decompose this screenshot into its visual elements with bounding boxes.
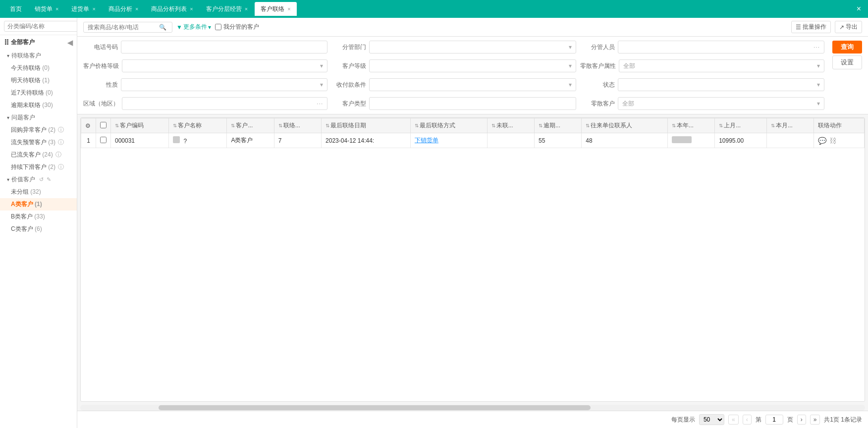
- dept-input[interactable]: ▾: [369, 41, 576, 54]
- phone-label: 电话号码: [83, 43, 118, 52]
- filter-bar: 🔍 ▼ 更多条件 ▾ 我分管的客户 ☰ 批量操作 ↗ 导出: [77, 18, 868, 37]
- sidebar-item-overdue-contact[interactable]: 逾期未联络 (30): [0, 99, 77, 111]
- sidebar-item-repurchase-abnormal[interactable]: 回购异常客户 (2) ⓘ: [0, 124, 77, 136]
- customer-type-input[interactable]: [369, 97, 576, 110]
- row-checkbox-cell: [96, 133, 111, 148]
- pending-contacts-group[interactable]: ▾ 待联络客户: [0, 50, 77, 62]
- close-tab-customer-segment[interactable]: ×: [245, 6, 248, 12]
- close-tab-sales[interactable]: ×: [55, 6, 58, 12]
- price-grade-input[interactable]: ▾: [122, 59, 327, 72]
- close-tab-purchase[interactable]: ×: [92, 6, 95, 12]
- sidebar-item-today-contact[interactable]: 今天待联络 (0): [0, 62, 77, 74]
- col-header-name[interactable]: ⇅客户名称: [169, 118, 227, 133]
- more-conditions-button[interactable]: ▼ 更多条件 ▾: [176, 23, 211, 31]
- col-header-contact-count[interactable]: ⇅联络...: [274, 118, 321, 133]
- col-header-un-contact[interactable]: ⇅未联...: [487, 118, 534, 133]
- nature-input[interactable]: ▾: [121, 78, 327, 91]
- phone-field: 电话号码: [83, 41, 327, 54]
- problem-customers-group[interactable]: ▾ 问题客户: [0, 111, 77, 124]
- row-contact-person: [667, 133, 714, 148]
- value-customers-group[interactable]: ▾ 价值客户 ↺ ✎: [0, 173, 77, 186]
- col-header-overdue[interactable]: ⇅逾期...: [535, 118, 582, 133]
- search-box[interactable]: 🔍: [83, 22, 172, 33]
- row-checkbox[interactable]: [100, 137, 107, 143]
- tab-customer-contact[interactable]: 客户联络 ×: [255, 2, 296, 16]
- row-overdue2: 48: [582, 133, 667, 148]
- col-header-last-month[interactable]: ⇅上月...: [715, 118, 767, 133]
- tab-product-analysis[interactable]: 商品分析 ×: [103, 2, 144, 16]
- select-all-checkbox[interactable]: [100, 122, 107, 128]
- sidebar-search-input[interactable]: [4, 21, 77, 32]
- export-button[interactable]: ↗ 导出: [835, 21, 862, 33]
- customer-grade-input[interactable]: ▾: [369, 59, 576, 72]
- nature-label: 性质: [83, 81, 118, 89]
- row-last-contact-method[interactable]: 下销货单: [410, 133, 487, 148]
- retail-attr-label: 零散客户属性: [580, 62, 616, 70]
- tab-purchase[interactable]: 进货单 ×: [65, 2, 101, 16]
- next-page-button[interactable]: ›: [797, 415, 806, 425]
- prev-page-button[interactable]: ‹: [743, 415, 752, 425]
- col-header-last-contact-method[interactable]: ⇅最后联络方式: [410, 118, 487, 133]
- tab-product-analysis-list[interactable]: 商品分析列表 ×: [145, 2, 199, 16]
- last-page-button[interactable]: »: [810, 415, 820, 425]
- region-field: 区域（地区） ···: [83, 97, 327, 110]
- tab-home[interactable]: 首页: [4, 2, 28, 16]
- retail-attr-field: 零散客户属性 全部▾: [580, 59, 824, 72]
- sidebar-item-declining[interactable]: 持续下滑客户 (2) ⓘ: [0, 161, 77, 173]
- sidebar-search-area: 🔍: [0, 18, 77, 35]
- search-icon[interactable]: 🔍: [159, 24, 166, 31]
- scrollbar-thumb[interactable]: [159, 405, 590, 410]
- sidebar-item-c-customers[interactable]: C类客户 (6): [0, 223, 77, 235]
- settings-col-header[interactable]: ⚙: [81, 118, 96, 133]
- retail-customer-input[interactable]: 全部▾: [618, 97, 824, 110]
- query-button[interactable]: 查询: [832, 41, 862, 54]
- all-customers-header[interactable]: ⠿ 全部客户 ◀: [0, 35, 77, 50]
- batch-operation-button[interactable]: ☰ 批量操作: [791, 21, 831, 33]
- col-header-this-month[interactable]: ⇅本月...: [766, 118, 814, 133]
- sidebar-item-churned[interactable]: 已流失客户 (24) ⓘ: [0, 149, 77, 161]
- sidebar-item-7days-contact[interactable]: 近7天待联络 (0): [0, 87, 77, 99]
- settings-button[interactable]: 设置: [832, 55, 862, 69]
- col-header-last-contact-date[interactable]: ⇅最后联络日期: [322, 118, 411, 133]
- page-number-input[interactable]: [765, 415, 783, 425]
- tab-customer-segment[interactable]: 客户分层经营 ×: [200, 2, 254, 16]
- sidebar: 🔍 ⠿ 全部客户 ◀ ▾ 待联络客户 今天待联络 (0) 明天待联络 (1) 近…: [0, 18, 77, 428]
- payment-input[interactable]: ▾: [369, 78, 576, 91]
- col-header-this-year[interactable]: ⇅本年...: [667, 118, 714, 133]
- my-customers-checkbox[interactable]: [215, 24, 221, 30]
- phone-input[interactable]: [121, 41, 327, 54]
- person-input[interactable]: ···: [618, 41, 824, 54]
- collapse-sidebar-icon[interactable]: ◀: [67, 39, 73, 47]
- row-code[interactable]: 000031: [111, 133, 169, 148]
- batch-icon: ☰: [796, 24, 801, 31]
- sidebar-item-ungrouped[interactable]: 未分组 (32): [0, 186, 77, 198]
- column-settings-icon[interactable]: ⚙: [85, 122, 91, 129]
- sidebar-item-churn-warning[interactable]: 流失预警客户 (3) ⓘ: [0, 136, 77, 149]
- col-header-code[interactable]: ⇅客户编码: [111, 118, 169, 133]
- close-tab-product-analysis[interactable]: ×: [135, 6, 138, 12]
- sidebar-item-b-customers[interactable]: B类客户 (33): [0, 211, 77, 223]
- window-close-button[interactable]: ×: [854, 4, 864, 13]
- close-tab-product-list[interactable]: ×: [190, 6, 193, 12]
- row-index: 1: [81, 133, 96, 148]
- col-header-contact-person[interactable]: ⇅往来单位联系人: [582, 118, 667, 133]
- col-header-customer-type[interactable]: ⇅客户...: [227, 118, 274, 133]
- row-name[interactable]: ?: [169, 133, 227, 148]
- nature-field: 性质 ▾: [83, 78, 327, 91]
- link-action-icon[interactable]: ⛓: [829, 137, 836, 145]
- retail-customer-field: 零散客户 全部▾: [580, 97, 824, 110]
- search-input[interactable]: [88, 24, 157, 31]
- retail-attr-input[interactable]: 全部▾: [619, 59, 824, 72]
- sidebar-item-a-customers[interactable]: A类客户 (1): [0, 198, 77, 211]
- first-page-button[interactable]: «: [728, 415, 739, 425]
- row-overdue: 55: [535, 133, 582, 148]
- sidebar-item-tomorrow-contact[interactable]: 明天待联络 (1): [0, 74, 77, 87]
- total-records-label: 共1页 1条记录: [824, 416, 862, 424]
- per-page-select[interactable]: 50 100 200: [699, 414, 724, 425]
- region-input[interactable]: ···: [122, 97, 327, 110]
- status-input[interactable]: ▾: [618, 78, 824, 91]
- close-tab-customer-contact[interactable]: ×: [287, 6, 290, 12]
- tab-sales[interactable]: 销货单 ×: [29, 2, 64, 16]
- horizontal-scrollbar[interactable]: [80, 405, 865, 411]
- contact-action-icon[interactable]: 💬: [818, 137, 826, 145]
